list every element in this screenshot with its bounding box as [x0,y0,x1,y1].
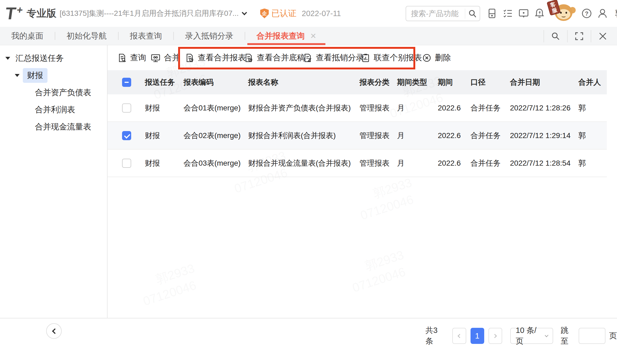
column-header-code: 报表编码 [183,77,214,87]
pagination: 共3条 1 10 条/页 跳至 页 [425,325,617,347]
support-mascot[interactable]: 客服 [550,1,576,26]
close-icon[interactable] [591,32,614,41]
cell-code: 会合01表(merge) [183,103,241,113]
tab-bar: 我的桌面 初始化导航 报表查询 录入抵销分录 合并报表查询 ✕ [0,27,617,45]
tab-report-query[interactable]: 报表查询 [119,27,173,45]
current-user-name[interactable]: 郭 [615,8,617,19]
tree-item-merged-income-statement[interactable]: 合并利润表 [0,101,107,118]
account-name: [631375]集测----21年1月启用合并抵消只启用库存07... [60,8,239,18]
table-row[interactable]: 财报 会合03表(merge) 财报合并现金流量表(合并报表) 管理报表 月 2… [108,150,607,177]
chevron-down-icon [545,333,548,337]
cell-name: 财报合并现金流量表(合并报表) [248,158,351,168]
column-header-category: 报表分类 [359,77,390,87]
fullscreen-icon[interactable] [568,32,591,41]
tab-close-icon[interactable]: ✕ [310,32,316,40]
tree-expand-icon[interactable] [15,74,20,77]
account-selector[interactable]: [631375]集测----21年1月启用合并抵消只启用库存07... [60,8,246,18]
select-all-checkbox[interactable] [122,78,131,87]
cell-code: 会合02表(merge) [183,131,241,141]
tree-item-summary-report-task[interactable]: 汇总报送任务 [0,50,107,67]
linked-individual-reports-button[interactable]: 联查个别报表 [361,45,422,70]
cell-period: 2022.6 [438,104,461,112]
cell-period-type: 月 [397,158,405,168]
tree-item-merged-cash-flow[interactable]: 合并现金流量表 [0,118,107,135]
cell-caliber: 合并任务 [471,131,501,141]
merged-reports-table: 报送任务 报表编码 报表名称 报表分类 期间类型 期间 口径 合并日期 合并人 … [108,70,607,177]
cell-caliber: 合并任务 [471,158,501,168]
cell-merge-date: 2022/7/12 1:28:26 [510,104,571,112]
mascot-mouth [561,15,566,17]
query-button[interactable]: 查询 [117,45,146,70]
product-search [406,6,480,21]
cell-period: 2022.6 [438,159,461,168]
shield-icon: 企 [260,9,269,18]
column-header-period-type: 期间类型 [397,77,427,87]
column-header-merge-date: 合并日期 [510,77,540,87]
tree-expand-icon[interactable] [5,57,10,60]
tree-selected-label: 财报 [23,68,47,83]
view-elimination-entries-button[interactable]: 查看抵销分录 [303,45,364,70]
search-icon[interactable] [465,9,480,18]
row-checkbox[interactable] [122,103,131,113]
top-header: T + 专业版 [631375]集测----21年1月启用合并抵消只启用库存07… [0,0,617,27]
tab-merged-report-query[interactable]: 合并报表查询 ✕ [245,27,328,45]
jump-to-label: 跳至 [561,325,575,347]
search-input[interactable] [406,9,465,18]
cell-category: 管理报表 [359,158,390,168]
tab-my-desktop[interactable]: 我的桌面 [0,27,55,45]
certified-label: 已认证 [271,8,296,19]
column-header-merger: 合并人 [578,77,601,87]
chevron-down-icon [242,10,247,15]
view-merge-draft-button[interactable]: 查看合并底稿 [244,45,305,70]
device-icon[interactable] [487,8,497,19]
chevron-left-icon [52,328,57,334]
merge-button[interactable]: 合并 [150,45,180,70]
table-header-row: 报送任务 报表编码 报表名称 报表分类 期间类型 期间 口径 合并日期 合并人 [108,70,607,94]
current-page-button[interactable]: 1 [471,328,484,344]
cell-period-type: 月 [397,131,405,141]
column-header-name: 报表名称 [248,77,278,87]
toolbar: 查询 合并 查看合并报表 查看合并底稿 查看抵销分录 联查个别报表 删除 [108,45,617,70]
main-content: 查询 合并 查看合并报表 查看合并底稿 查看抵销分录 联查个别报表 删除 [108,45,617,318]
search-tabs-icon[interactable] [544,32,567,41]
task-tree-sidebar: 汇总报送任务 财报 合并资产负债表 合并利润表 合并现金流量表 [0,45,108,318]
column-header-period: 期间 [438,77,453,87]
cell-code: 会合03表(merge) [183,158,241,168]
sidebar-collapse-button[interactable] [46,323,62,339]
page-size-select[interactable]: 10 条/页 [510,328,553,344]
checklist-icon[interactable] [502,8,513,19]
help-icon[interactable]: ? [581,8,592,19]
tree-item-merged-balance-sheet[interactable]: 合并资产负债表 [0,84,107,101]
message-icon[interactable] [518,8,529,19]
cell-category: 管理报表 [359,103,390,113]
column-header-caliber: 口径 [471,77,486,87]
column-header-task: 报送任务 [145,77,175,87]
tab-entry-elimination[interactable]: 录入抵销分录 [174,27,245,45]
prev-page-button[interactable] [452,328,466,344]
tree-item-financial-report[interactable]: 财报 [0,67,107,84]
certified-date: 2022-07-11 [302,9,341,18]
row-checkbox[interactable] [122,159,131,168]
cell-merger: 郭 [578,158,586,168]
view-merged-report-button[interactable]: 查看合并报表 [185,45,246,70]
logo-t: T [4,5,17,22]
cell-merge-date: 2022/7/12 1:28:54 [510,159,571,168]
table-row[interactable]: 财报 会合02表(merge) 财报合并利润表(合并报表) 管理报表 月 202… [108,122,607,150]
delete-button[interactable]: 删除 [422,45,451,70]
table-row[interactable]: 财报 会合01表(merge) 财报合并资产负债表(合并报表) 管理报表 月 2… [108,94,607,122]
user-icon[interactable] [597,8,608,19]
total-count: 共3条 [425,325,444,347]
cell-merger: 郭 [578,131,586,141]
mascot-eye [565,12,567,14]
jump-page-input[interactable] [579,328,605,344]
next-page-button[interactable] [489,328,502,344]
cell-period: 2022.6 [438,131,461,140]
notification-bell-icon[interactable] [534,8,545,19]
cell-name: 财报合并利润表(合并报表) [248,131,336,141]
svg-text:?: ? [585,10,588,17]
chevron-left-icon [458,334,462,338]
cell-category: 管理报表 [359,131,390,141]
support-sign: 客服 [547,0,561,16]
tab-init-navigation[interactable]: 初始化导航 [55,27,118,45]
row-checkbox[interactable] [122,131,131,140]
